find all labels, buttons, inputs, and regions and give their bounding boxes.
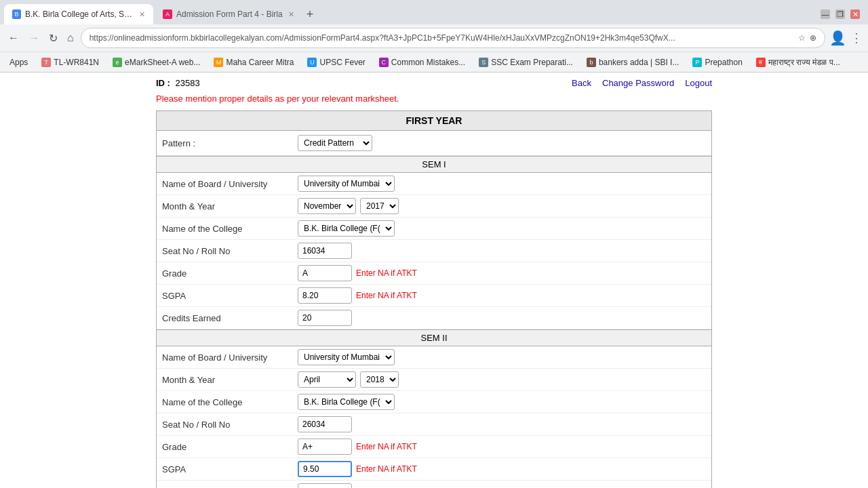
sem2-college-control: B.K. Birla College (F( Other	[298, 394, 706, 410]
tab-active[interactable]: B B.K. Birla College of Arts, Science...…	[4, 4, 153, 24]
sem1-grade-control: A Enter NA if ATKT	[298, 265, 706, 281]
sem1-sgpa-input[interactable]: 8.20	[298, 287, 352, 304]
bookmark-label-5: Common Mistakes...	[391, 58, 465, 67]
id-value: 23583	[176, 78, 200, 88]
profile-icon[interactable]: 👤	[829, 30, 846, 46]
sem1-university-select[interactable]: University of Mumbai Other	[298, 176, 395, 192]
sem1-college-label: Name of the College	[162, 224, 298, 234]
pattern-select[interactable]: Credit Pattern Annual Pattern	[298, 135, 372, 151]
sem2-credits-input[interactable]	[298, 483, 352, 488]
tab-label-1: B.K. Birla College of Arts, Science...	[25, 9, 134, 19]
change-password-link[interactable]: Change Password	[602, 78, 674, 88]
logout-link[interactable]: Logout	[685, 78, 712, 88]
bookmark-4[interactable]: U UPSC Fever	[303, 56, 369, 68]
apps-bookmark[interactable]: Apps	[5, 56, 32, 68]
extension-icon[interactable]: ⊕	[810, 33, 817, 43]
sem2-month-year-label: Month & Year	[162, 375, 298, 385]
window-controls: — ❐ ✕	[821, 9, 864, 19]
sem2-sgpa-row: SGPA 9.50 Enter NA if ATKT	[157, 458, 711, 481]
bookmark-icon-1: T	[41, 58, 51, 67]
sem1-seat-row: Seat No / Roll No 16034	[157, 240, 711, 262]
first-year-section: FIRST YEAR Pattern : Credit Pattern Annu…	[156, 110, 712, 488]
tab-close-2[interactable]: ✕	[288, 10, 294, 19]
bookmark-label-3: Maha Career Mitra	[226, 58, 294, 67]
bookmark-6[interactable]: S SSC Exam Preparati...	[475, 56, 577, 68]
bookmark-8[interactable]: P Prepathon	[688, 56, 746, 68]
browser-chrome: B B.K. Birla College of Arts, Science...…	[0, 0, 868, 73]
sem1-college-control: B.K. Birla College (F( Other	[298, 220, 706, 237]
sem1-university-row: Name of Board / University University of…	[157, 173, 711, 195]
address-bar[interactable]: https://onlineadmissionform.bkbirlacolle…	[81, 28, 825, 48]
id-display: ID : 23583	[156, 78, 200, 88]
sem1-month-select[interactable]: November January April	[298, 198, 356, 214]
sem2-grade-row: Grade A+ Enter NA if ATKT	[157, 436, 711, 458]
page-content: ID : 23583 Back Change Password Logout P…	[142, 73, 726, 488]
bookmark-label-1: TL-WR841N	[54, 58, 99, 67]
close-window-button[interactable]: ✕	[850, 9, 860, 19]
tab-close-1[interactable]: ✕	[139, 10, 145, 19]
reload-button[interactable]: ↻	[46, 29, 60, 47]
bookmark-5[interactable]: C Common Mistakes...	[375, 56, 469, 68]
sem1-university-label: Name of Board / University	[162, 179, 298, 189]
sem2-seat-label: Seat No / Roll No	[162, 420, 298, 430]
sem2-university-label: Name of Board / University	[162, 352, 298, 363]
bookmarks-bar: Apps T TL-WR841N e eMarkSheet-A web... M…	[0, 52, 868, 72]
back-link[interactable]: Back	[572, 78, 591, 88]
sem1-seat-input[interactable]: 16034	[298, 243, 352, 259]
sem2-seat-input[interactable]: 26034	[298, 416, 352, 432]
tab-label-2: Admission Form Part 4 - Birla	[176, 9, 283, 19]
bookmark-3[interactable]: M Maha Career Mitra	[210, 56, 298, 68]
sem1-grade-atkt: Enter NA if ATKT	[356, 268, 417, 278]
sem1-credits-row: Credits Earned 20	[157, 307, 711, 329]
minimize-button[interactable]: —	[821, 9, 830, 19]
sem1-grade-label: Grade	[162, 268, 298, 279]
sem2-credits-control	[298, 483, 706, 488]
sem1-credits-label: Credits Earned	[162, 313, 298, 323]
sem1-title: SEM I	[157, 156, 711, 173]
sem2-college-select[interactable]: B.K. Birla College (F( Other	[298, 394, 395, 410]
sem2-grade-input[interactable]: A+	[298, 439, 352, 455]
sem2-year-select[interactable]: 2018 2017	[360, 371, 399, 388]
new-tab-button[interactable]: +	[307, 7, 314, 22]
bookmark-icon-3: M	[214, 58, 223, 67]
bookmark-1[interactable]: T TL-WR841N	[37, 56, 103, 68]
back-nav-button[interactable]: ←	[5, 29, 22, 47]
sem1-college-select[interactable]: B.K. Birla College (F( Other	[298, 220, 395, 237]
sem2-month-select[interactable]: April November	[298, 371, 356, 388]
sem2-sgpa-input[interactable]: 9.50	[298, 461, 352, 477]
sem1-credits-input[interactable]: 20	[298, 310, 352, 326]
maximize-button[interactable]: ❐	[835, 9, 845, 19]
bookmark-icon-4: U	[307, 58, 317, 67]
sem1-sgpa-atkt: Enter NA if ATKT	[356, 291, 417, 300]
address-icons: ☆ ⊕	[798, 33, 816, 43]
bookmark-icon-9: म	[756, 58, 766, 67]
star-icon[interactable]: ☆	[798, 33, 806, 43]
sem2-university-row: Name of Board / University University of…	[157, 346, 711, 369]
sem1-sgpa-label: SGPA	[162, 291, 298, 301]
sem2-grade-label: Grade	[162, 442, 298, 452]
sem2-college-label: Name of the College	[162, 397, 298, 407]
bookmark-2[interactable]: e eMarkSheet-A web...	[108, 56, 204, 68]
menu-icon[interactable]: ⋮	[850, 30, 863, 45]
sem2-university-control: University of Mumbai Other	[298, 349, 706, 365]
sem1-credits-control: 20	[298, 310, 706, 326]
home-button[interactable]: ⌂	[64, 29, 77, 47]
forward-nav-button[interactable]: →	[26, 29, 42, 47]
sem1-college-row: Name of the College B.K. Birla College (…	[157, 218, 711, 240]
warning-message: Please mention proper details as per you…	[156, 94, 712, 104]
sem2-sgpa-atkt: Enter NA if ATKT	[356, 464, 417, 474]
tab-inactive-2[interactable]: A Admission Form Part 4 - Birla ✕	[155, 4, 302, 24]
tab-bar: B B.K. Birla College of Arts, Science...…	[0, 0, 868, 24]
sem2-title: SEM II	[157, 329, 711, 346]
nav-bar: ← → ↻ ⌂ https://onlineadmissionform.bkbi…	[0, 24, 868, 52]
bookmark-icon-2: e	[113, 58, 122, 67]
pattern-control: Credit Pattern Annual Pattern	[298, 135, 706, 151]
tab-favicon-2: A	[163, 9, 172, 19]
bookmark-7[interactable]: b bankers adda | SBI I...	[583, 56, 684, 68]
sem2-sgpa-control: 9.50 Enter NA if ATKT	[298, 461, 706, 477]
sem2-university-select[interactable]: University of Mumbai Other	[298, 349, 395, 365]
bookmark-9[interactable]: म महाराष्ट्र राज्य मंडळ प...	[752, 56, 844, 68]
sem1-sgpa-control: 8.20 Enter NA if ATKT	[298, 287, 706, 304]
sem1-year-select[interactable]: 2017 2018	[360, 198, 399, 214]
sem1-grade-input[interactable]: A	[298, 265, 352, 281]
